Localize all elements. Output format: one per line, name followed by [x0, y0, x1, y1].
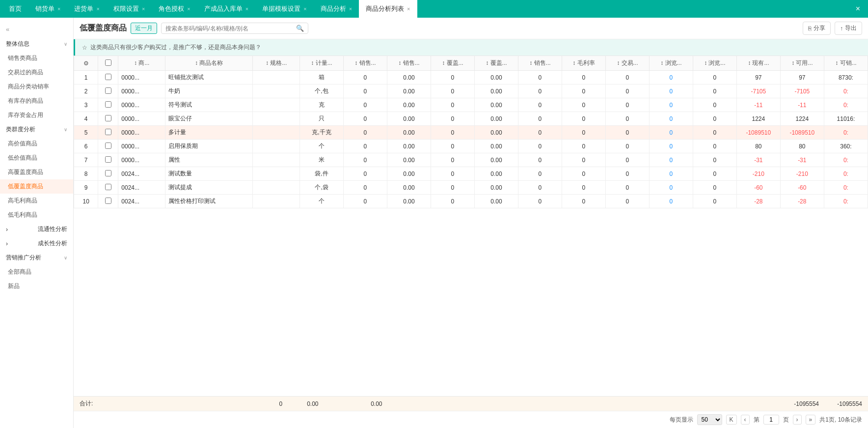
row-checkbox[interactable] [105, 101, 111, 108]
sidebar-item-low-margin[interactable]: 低毛利商品 [0, 208, 73, 222]
close-icon[interactable]: × [142, 0, 145, 18]
cell-check[interactable] [98, 85, 118, 98]
close-icon[interactable]: × [187, 0, 190, 18]
col-header-available-stock[interactable]: ↕ 可用... [780, 56, 824, 71]
first-page-button[interactable]: K [726, 415, 737, 425]
nav-product-analysis[interactable]: 商品分析 × [314, 0, 359, 18]
row-checkbox[interactable] [105, 87, 111, 94]
row-checkbox[interactable] [105, 74, 111, 80]
sidebar-section-overall[interactable]: 整体信息 ∨ [0, 37, 73, 51]
row-checkbox[interactable] [105, 156, 111, 163]
row-checkbox[interactable] [105, 170, 111, 176]
col-header-code[interactable]: ↕ 商... [118, 56, 165, 71]
nav-product-analysis-list[interactable]: 商品分析列表 × [359, 0, 417, 18]
sidebar-item-low-value[interactable]: 低价值商品 [0, 151, 73, 165]
search-input[interactable] [165, 25, 294, 32]
col-header-spec[interactable]: ↕ 规格... [253, 56, 300, 71]
col-header-sales-customers[interactable]: ↕ 销售... [518, 56, 562, 71]
col-header-sales-amt[interactable]: ↕ 销售... [387, 56, 431, 71]
search-icon[interactable]: 🔍 [296, 25, 304, 32]
cell-check[interactable] [98, 112, 118, 126]
nav-sales-order[interactable]: 销货单 × [28, 0, 67, 18]
sidebar-item-all-goods[interactable]: 全部商品 [0, 265, 73, 279]
close-icon[interactable]: × [245, 0, 248, 18]
sidebar-item-high-coverage[interactable]: 高覆盖度商品 [0, 165, 73, 179]
share-button[interactable]: ⎘ 分享 [803, 22, 831, 35]
row-checkbox[interactable] [105, 184, 111, 190]
nav-finished-goods[interactable]: 产成品入库单 × [197, 0, 255, 18]
cell-check[interactable] [98, 126, 118, 140]
sidebar-item-high-value[interactable]: 高价值商品 [0, 137, 73, 151]
nav-role-permission[interactable]: 角色授权 × [152, 0, 197, 18]
nav-purchase-order[interactable]: 进货单 × [67, 0, 106, 18]
cell-browse1[interactable]: 0 [649, 140, 693, 153]
prev-page-button[interactable]: ‹ [741, 415, 750, 425]
select-all-checkbox[interactable] [105, 59, 111, 66]
row-checkbox[interactable] [105, 115, 111, 121]
sidebar-item-category-rate[interactable]: 商品分类动销率 [0, 80, 73, 94]
cell-check[interactable] [98, 140, 118, 153]
cell-spec [253, 126, 300, 140]
window-close-button[interactable]: × [850, 4, 866, 13]
nav-template-settings[interactable]: 单据模板设置 × [255, 0, 313, 18]
col-header-trade[interactable]: ↕ 交易... [605, 56, 649, 71]
sidebar-section-marketing[interactable]: 营销推广分析 ∨ [0, 251, 73, 265]
sidebar-item-traded-goods[interactable]: 交易过的商品 [0, 65, 73, 80]
sidebar-collapse-toggle[interactable]: « [6, 24, 9, 35]
row-checkbox[interactable] [105, 129, 111, 135]
info-banner: ☆ 这类商品只有很少客户购买过，是推广不够，还是商品本身问题？ [74, 39, 868, 56]
next-page-button[interactable]: › [793, 415, 802, 425]
nav-permission-setting[interactable]: 权限设置 × [107, 0, 152, 18]
cell-unit: 个,包 [299, 85, 343, 98]
cell-check[interactable] [98, 181, 118, 195]
cell-check[interactable] [98, 195, 118, 208]
col-header-current-stock[interactable]: ↕ 现有... [736, 56, 780, 71]
close-icon[interactable]: × [349, 0, 352, 18]
col-header-cover1[interactable]: ↕ 覆盖... [431, 56, 474, 71]
col-header-name[interactable]: ↕ 商品名称 [165, 56, 253, 71]
cell-browse1[interactable]: 0 [649, 153, 693, 167]
close-icon[interactable]: × [57, 0, 60, 18]
row-checkbox[interactable] [105, 143, 111, 149]
sidebar-item-stock-capital[interactable]: 库存资金占用 [0, 108, 73, 122]
cell-check[interactable] [98, 98, 118, 112]
col-header-sellable[interactable]: ↕ 可销... [824, 56, 868, 71]
cell-browse1[interactable]: 0 [649, 167, 693, 181]
sidebar-item-low-coverage[interactable]: 低覆盖度商品 [0, 179, 73, 194]
close-icon[interactable]: × [303, 0, 306, 18]
settings-icon[interactable]: ⚙ [83, 60, 89, 67]
cell-check[interactable] [98, 153, 118, 167]
cell-gross-rate: 0 [562, 181, 605, 195]
page-size-select[interactable]: 50 20 100 [697, 414, 722, 425]
col-header-gross-rate[interactable]: ↕ 毛利率 [562, 56, 605, 71]
cell-check[interactable] [98, 71, 118, 85]
col-header-cover2[interactable]: ↕ 覆盖... [474, 56, 518, 71]
export-button[interactable]: ↑ 导出 [835, 22, 862, 35]
cell-browse1[interactable]: 0 [649, 71, 693, 85]
cell-check[interactable] [98, 167, 118, 181]
cell-browse1[interactable]: 0 [649, 85, 693, 98]
col-header-sales-qty[interactable]: ↕ 销售... [343, 56, 387, 71]
sidebar-section-category-analysis[interactable]: 类群度分析 ∨ [0, 122, 73, 137]
cell-browse1[interactable]: 0 [649, 126, 693, 140]
cell-browse1[interactable]: 0 [649, 181, 693, 195]
sidebar-section-growth[interactable]: › 成长性分析 [0, 236, 73, 251]
cell-browse1[interactable]: 0 [649, 112, 693, 126]
time-filter-badge[interactable]: 近一月 [131, 23, 157, 34]
sidebar-item-stocked-goods[interactable]: 有库存的商品 [0, 94, 73, 108]
col-header-browse2[interactable]: ↕ 浏览... [693, 56, 736, 71]
row-checkbox[interactable] [105, 198, 111, 204]
close-icon[interactable]: × [407, 0, 410, 18]
col-header-unit[interactable]: ↕ 计量... [299, 56, 343, 71]
page-number-input[interactable] [763, 415, 779, 425]
col-header-browse1[interactable]: ↕ 浏览... [649, 56, 693, 71]
last-page-button[interactable]: » [806, 415, 816, 425]
close-icon[interactable]: × [96, 0, 99, 18]
cell-browse1[interactable]: 0 [649, 195, 693, 208]
sidebar-item-new-goods[interactable]: 新品 [0, 279, 73, 293]
sidebar-item-high-margin[interactable]: 高毛利商品 [0, 194, 73, 208]
nav-home[interactable]: 首页 [2, 0, 28, 18]
sidebar-section-circulation[interactable]: › 流通性分析 [0, 222, 73, 236]
sidebar-item-sales-goods[interactable]: 销售类商品 [0, 51, 73, 65]
cell-browse1[interactable]: 0 [649, 98, 693, 112]
